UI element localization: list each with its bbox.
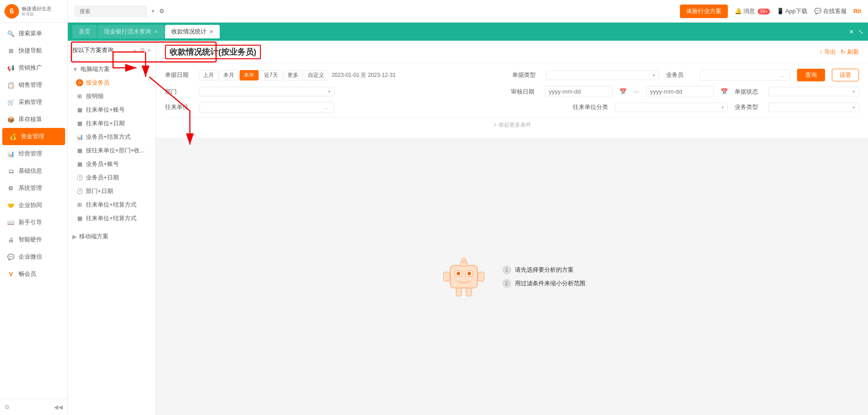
sidebar: 6 畅捷通好生意 标准版 🔍 搜索菜单 ⊞ 快捷导航 📢 营销推广 📋 销售管理… <box>0 0 68 415</box>
category-select-arrow: ▾ <box>722 105 724 110</box>
biz-type-select[interactable]: ▾ <box>769 103 859 112</box>
sidebar-item-finance[interactable]: 💰 资金管理 <box>2 128 65 145</box>
date-btn-7days[interactable]: 近7天 <box>260 70 282 80</box>
set-button[interactable]: 设置 <box>832 69 859 81</box>
collapse-sidebar-icon[interactable]: ◀◀ <box>54 404 63 410</box>
svg-point-4 <box>467 272 471 275</box>
sidebar-item-purchase[interactable]: 🛒 采购管理 <box>0 94 67 111</box>
date-btn-custom[interactable]: 自定义 <box>304 70 328 80</box>
scheme-item-salesperson-settle[interactable]: 📊 业务员+结算方式 <box>72 130 156 144</box>
sidebar-item-inventory[interactable]: 📦 库存核算 <box>0 111 67 128</box>
scheme-item-detail[interactable]: ⊞ 按明细 <box>72 90 156 103</box>
scheme-item-partner-dept[interactable]: ▦ 按往来单位+部门+收... <box>72 144 156 157</box>
date-label: 单据日期 <box>165 71 192 79</box>
app-download-button[interactable]: 📱 App下载 <box>777 7 807 15</box>
tab-expand-icon[interactable]: ⤡ <box>859 28 863 35</box>
mobile-scheme-title[interactable]: ▶ 移动端方案 <box>68 230 156 243</box>
salesperson-select[interactable]: ... <box>700 70 790 80</box>
hardware-icon: 🖨 <box>7 236 15 244</box>
left-panel: 按以下方案查询 + ⚙ « ▼ 电脑端方案 ⟳ 按业务员 <box>68 41 156 415</box>
salesperson-more-icon[interactable]: ... <box>779 72 784 78</box>
dept-select[interactable]: ▾ <box>199 87 335 96</box>
scheme-icon-partner-date: ▦ <box>76 120 83 127</box>
calendar-icon-start[interactable]: 📅 <box>619 88 627 95</box>
date-btn-more[interactable]: 更多 <box>283 70 302 80</box>
export-button[interactable]: ↑ 导出 <box>820 48 836 56</box>
dept-select-arrow: ▾ <box>328 89 330 94</box>
step-num-2: 2 <box>502 279 511 288</box>
basic-icon: 🗂 <box>7 167 15 175</box>
setting-scheme-icon[interactable]: ⚙ <box>140 47 145 54</box>
tab-home[interactable]: 首页 <box>72 25 97 38</box>
scheme-icon-partner-settle1: ⊞ <box>76 201 83 208</box>
scheme-icon-dept-date: 🕐 <box>76 188 83 195</box>
filter-row-1: 单据日期 上月 本月 本年 近7天 更多 自定义 2023-01-01 至 20… <box>165 69 859 81</box>
online-service-button[interactable]: 💬 在线客服 <box>814 7 847 15</box>
date-btn-thismonth[interactable]: 本月 <box>219 70 238 80</box>
type-select[interactable]: ▾ <box>546 71 659 80</box>
page-title: 收款情况统计(按业务员) <box>165 45 261 59</box>
date-btn-lastmonth[interactable]: 上月 <box>199 70 218 80</box>
svg-rect-7 <box>443 272 450 281</box>
collapse-filter-bar[interactable]: ∧ 收起更多条件 <box>165 117 859 132</box>
sidebar-item-sales[interactable]: 📋 销售管理 <box>0 76 67 94</box>
search-dropdown-icon[interactable]: ▾ <box>151 8 155 14</box>
scheme-item-partner-date[interactable]: ▦ 往来单位+日期 <box>72 117 156 130</box>
logo-icon: 6 <box>5 4 19 19</box>
calendar-icon-end[interactable]: 📅 <box>721 88 728 95</box>
sidebar-item-enterprise[interactable]: 🤝 企业协同 <box>0 197 67 214</box>
trial-button[interactable]: 体验行业方案 <box>680 5 728 18</box>
scheme-item-salesperson-date[interactable]: 🕐 业务员+日期 <box>72 171 156 184</box>
tab-collection[interactable]: 收款情况统计 ✕ <box>165 25 220 38</box>
pc-scheme-title[interactable]: ▼ 电脑端方案 <box>68 62 156 76</box>
sidebar-item-hardware[interactable]: 🖨 智能硬件 <box>0 231 67 248</box>
tab-collection-close[interactable]: ✕ <box>209 29 213 35</box>
tab-close-all-icon[interactable]: ✕ <box>849 28 854 35</box>
sidebar-item-member[interactable]: V 畅会员 <box>0 265 67 283</box>
scheme-icon-partner-dept: ▦ <box>76 147 83 154</box>
date-btn-thisyear[interactable]: 本年 <box>240 70 259 80</box>
collapse-panel-icon[interactable]: « <box>148 47 151 54</box>
scheme-item-dept-date[interactable]: 🕐 部门+日期 <box>72 184 156 198</box>
sidebar-item-marketing[interactable]: 📢 营销推广 <box>0 59 67 76</box>
sidebar-item-search[interactable]: 🔍 搜索菜单 <box>0 25 67 42</box>
sidebar-item-basic[interactable]: 🗂 基础信息 <box>0 162 67 179</box>
category-select[interactable]: ▾ <box>615 103 728 112</box>
scheme-item-salesperson-account[interactable]: ▦ 业务员+账号 <box>72 157 156 171</box>
sidebar-item-guide[interactable]: 📖 新手引导 <box>0 214 67 231</box>
filter-area: 单据日期 上月 本月 本年 近7天 更多 自定义 2023-01-01 至 20… <box>156 63 868 138</box>
scheme-icon-partner-settle2: ▦ <box>76 215 83 222</box>
notification-button[interactable]: 🔔 消息 99+ <box>735 7 770 15</box>
empty-step-2: 2 用过滤条件来缩小分析范围 <box>502 279 585 288</box>
settings-footer-icon[interactable]: ⚙ <box>5 404 10 410</box>
sidebar-item-operation[interactable]: 📊 经营管理 <box>0 145 67 162</box>
scheme-item-partner-account[interactable]: ▦ 往来单位+账号 <box>72 103 156 117</box>
wechat-icon: 💬 <box>7 253 15 261</box>
refresh-button[interactable]: ↻ 刷新 <box>840 48 859 56</box>
scheme-item-salesperson[interactable]: ⟳ 按业务员 <box>72 76 156 90</box>
empty-state-container: 1 请先选择要分析的方案 2 用过滤条件来缩小分析范围 <box>439 252 585 302</box>
partner-select[interactable]: ... <box>199 102 335 113</box>
add-scheme-icon[interactable]: + <box>133 47 137 54</box>
tab-cashflow-close[interactable]: ✕ <box>154 29 158 35</box>
operation-icon: 📊 <box>7 150 15 158</box>
user-name[interactable]: Rit <box>854 8 861 14</box>
sidebar-item-wechat[interactable]: 💬 企业微信 <box>0 248 67 265</box>
review-date-start[interactable] <box>545 86 613 97</box>
scheme-item-partner-settle1[interactable]: ⊞ 往来单位+结算方式 <box>72 198 156 212</box>
query-button[interactable]: 查询 <box>797 69 825 81</box>
review-date-end[interactable] <box>646 86 714 97</box>
mobile-scheme-section: ▶ 移动端方案 <box>68 227 156 245</box>
scheme-icon-salesperson-date: 🕐 <box>76 174 83 181</box>
search-input[interactable] <box>75 6 147 17</box>
partner-more-icon[interactable]: ... <box>324 104 328 110</box>
tab-cashflow[interactable]: 现金银行流水查询 ✕ <box>98 25 164 38</box>
scheme-item-partner-settle2[interactable]: ▦ 往来单位+结算方式 <box>72 212 156 225</box>
sidebar-footer: ⚙ ◀◀ <box>0 399 67 415</box>
system-icon: ⚙ <box>7 184 15 192</box>
panel-header: 按以下方案查询 + ⚙ « <box>68 41 156 60</box>
status-select[interactable]: ▾ <box>769 87 859 96</box>
sidebar-item-quicknav[interactable]: ⊞ 快捷导航 <box>0 42 67 59</box>
header-settings-icon[interactable]: ⚙ <box>159 8 165 14</box>
sidebar-item-system[interactable]: ⚙ 系统管理 <box>0 179 67 197</box>
